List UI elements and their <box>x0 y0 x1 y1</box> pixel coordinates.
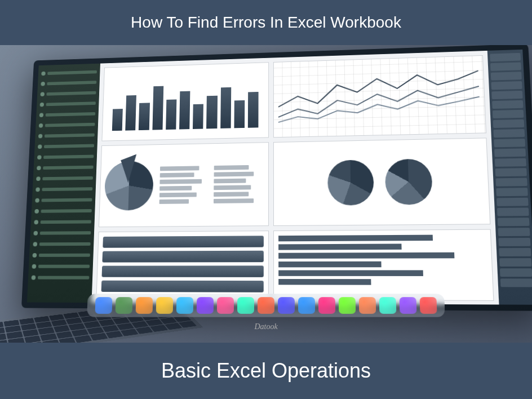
dock-app-icon <box>318 297 335 314</box>
donut-chart-icon <box>327 159 374 205</box>
bar <box>234 100 245 128</box>
strip-item <box>498 228 530 236</box>
bar <box>112 109 123 131</box>
page-title: How To Find Errors In Excel Workbook <box>131 14 401 32</box>
dock-app-icon <box>339 297 356 314</box>
page-subtitle: Basic Excel Operations <box>161 359 371 383</box>
keyboard-key <box>121 329 138 336</box>
dock-app-icon <box>359 297 376 314</box>
sidebar-item <box>38 141 95 151</box>
strip-item <box>498 238 530 246</box>
sidebar-item <box>35 196 92 205</box>
dashboard-grid <box>91 51 499 305</box>
dashboard-button <box>101 281 264 292</box>
dock-app-icon <box>197 297 214 314</box>
dock-app-icon <box>176 297 194 314</box>
bar <box>139 103 149 130</box>
dock-app-icon <box>136 297 153 314</box>
dock-app-icon <box>116 297 133 314</box>
dock-app-icon <box>298 297 315 314</box>
dock-app-icon <box>237 297 254 314</box>
strip-item <box>492 100 523 109</box>
strip-item <box>499 258 531 267</box>
hbar <box>278 243 401 250</box>
dock-app-icon <box>379 297 397 314</box>
keyboard-key <box>74 335 92 343</box>
strip-item <box>500 278 532 287</box>
sidebar-item <box>37 152 94 162</box>
dashboard-button <box>103 236 264 247</box>
strip-item <box>491 81 522 90</box>
bar <box>206 96 217 129</box>
sidebar-item <box>34 206 92 216</box>
dock-app-icon <box>156 297 174 314</box>
strip-item <box>500 268 532 277</box>
pie-chart-icon <box>104 161 154 211</box>
strip-item <box>499 248 531 256</box>
dock-app-icon <box>217 297 234 314</box>
bar-chart-panel <box>101 62 269 141</box>
sidebar-item <box>38 131 95 140</box>
donut-chart-icon <box>384 159 432 205</box>
bar <box>193 104 203 129</box>
hero-illustration: Datook <box>0 45 532 343</box>
strip-item <box>494 148 526 157</box>
dashboard-button <box>101 265 263 277</box>
hbar <box>278 261 381 268</box>
dock-app-icon <box>278 297 295 314</box>
strip-item <box>493 119 525 128</box>
laptop-brand-label: Datook <box>254 322 277 331</box>
sidebar-item <box>36 184 93 194</box>
hbar <box>278 235 433 242</box>
hbar <box>278 270 423 276</box>
sidebar-item <box>39 99 96 109</box>
sidebar-item <box>34 218 91 227</box>
strip-item <box>493 129 525 138</box>
strip-item <box>495 178 527 187</box>
strip-item <box>497 207 529 216</box>
pie-chart-panel <box>99 142 269 227</box>
strip-item <box>490 62 521 70</box>
strip-item <box>496 188 528 196</box>
dashboard-button <box>102 251 264 263</box>
keyboard-key <box>105 331 123 338</box>
dock-app-icon <box>400 297 417 314</box>
strip-item <box>493 110 524 118</box>
macos-dock <box>87 294 445 317</box>
strip-item <box>495 158 526 167</box>
strip-item <box>491 91 522 99</box>
strip-item <box>494 139 525 147</box>
bar <box>125 95 136 131</box>
hbar <box>278 252 454 259</box>
dock-app-icon <box>420 297 437 314</box>
strip-item <box>491 72 522 80</box>
sidebar-item <box>41 78 96 88</box>
bar <box>179 91 190 129</box>
hbar-chart-panel <box>273 229 494 301</box>
sidebar-item <box>33 228 91 237</box>
keyboard-key <box>0 340 8 343</box>
dock-app-icon <box>95 297 112 314</box>
laptop-screen <box>21 45 532 311</box>
bar <box>248 92 259 128</box>
sidebar-item <box>41 68 97 78</box>
buttons-panel <box>96 230 269 300</box>
bar <box>166 99 176 130</box>
strip-item <box>495 168 527 176</box>
bar <box>152 86 163 130</box>
keyboard-key <box>90 333 108 341</box>
sidebar-item <box>32 251 90 260</box>
strip-item <box>496 198 529 206</box>
sidebar-item <box>36 174 93 183</box>
donut-charts-panel <box>273 138 490 226</box>
hbar <box>278 279 371 285</box>
sidebar-item <box>33 240 91 249</box>
sidebar-item <box>32 262 90 271</box>
strip-item <box>490 53 521 61</box>
sidebar-item <box>40 88 96 99</box>
sidebar-item <box>31 273 89 282</box>
sidebar-item <box>39 109 95 119</box>
dashboard-sidebar <box>27 64 100 303</box>
bar <box>220 87 231 128</box>
footer-banner: Basic Excel Operations <box>0 343 532 399</box>
